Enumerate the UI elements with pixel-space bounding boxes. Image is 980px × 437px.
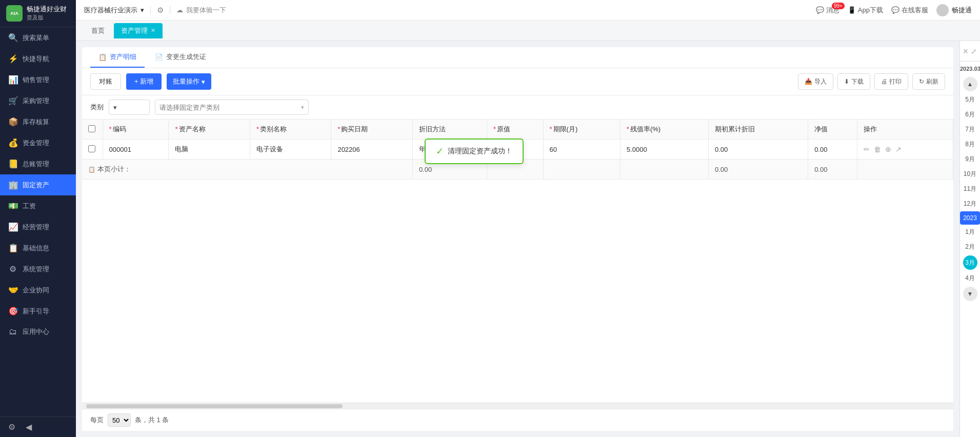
settings-gear-icon[interactable]: ⚙ [157,6,164,15]
category-input[interactable] [159,104,301,111]
subtotal-empty3 [620,160,708,180]
row-purchase-date: 202206 [331,140,412,160]
sidebar-item-label: 工资 [23,202,36,211]
sales-icon: 📊 [8,75,17,85]
panel-expand-icon[interactable]: ⤢ [971,47,977,55]
sidebar-item-purchase[interactable]: 🛒 采购管理 [0,90,76,111]
sidebar-item-assets[interactable]: 🏢 固定资产 [0,174,76,195]
tab-home[interactable]: 首页 [84,23,112,38]
panel-nav-down[interactable]: ▼ [963,287,977,301]
voucher-icon: 📄 [155,53,163,61]
new-button[interactable]: + 新增 [126,73,162,90]
panel-month-5[interactable]: 5月 [960,92,980,107]
experience-button[interactable]: ☁ 我要体验一下 [176,6,226,15]
import-button[interactable]: 📥 导入 [798,73,833,90]
reconcile-button[interactable]: 对账 [90,73,121,90]
basic-icon: 📋 [8,243,17,253]
sidebar-item-quicknav[interactable]: ⚡ 快捷导航 [0,48,76,69]
row-check [82,140,103,160]
sidebar-item-ledger[interactable]: 📒 总账管理 [0,153,76,174]
panel-month-3[interactable]: 3月 [963,255,977,270]
sidebar-item-funds[interactable]: 💰 资金管理 [0,132,76,153]
experience-label: 我要体验一下 [186,6,226,15]
row-net-value: 0.00 [808,140,857,160]
panel-month-8[interactable]: 8月 [960,137,980,152]
copy-icon[interactable]: ⊕ [885,145,891,153]
more-icon[interactable]: ↗ [895,145,902,153]
settings-icon[interactable]: ⚙ [8,422,15,432]
action-icons: ✏ 🗑 ⊕ ↗ [864,145,947,153]
category-dropdown-icon: ▾ [113,104,117,111]
sidebar-nav: 🔍 搜索菜单 ⚡ 快捷导航 📊 销售管理 🛒 采购管理 📦 库存核算 💰 资金管… [0,27,76,416]
sidebar-item-payroll[interactable]: 💵 工资 [0,195,76,216]
panel-close-icon[interactable]: ✕ [963,47,969,55]
cloud-icon: ☁ [176,6,183,14]
panel-month-9[interactable]: 9月 [960,152,980,167]
print-button[interactable]: 🖨 打印 [874,73,908,90]
message-button[interactable]: 💬 消息 99+ [816,6,839,15]
tab-close-icon[interactable]: ✕ [151,27,155,34]
panel-month-1[interactable]: 1月 [960,225,980,240]
horizontal-scrollbar[interactable] [82,403,953,409]
sidebar-bottom: ⚙ ◀ [0,416,76,437]
sidebar-item-guide[interactable]: 🎯 新手引导 [0,301,76,322]
panel-year-2023[interactable]: 2023 [960,211,980,225]
panel-nav-up[interactable]: ▲ [963,77,977,91]
app-logo-icon: AtA [6,5,23,22]
panel-month-10[interactable]: 10月 [960,167,980,182]
select-all-checkbox[interactable] [88,125,95,132]
message-icon: 💬 [816,6,824,14]
sidebar-item-basic[interactable]: 📋 基础信息 [0,237,76,259]
panel-month-12[interactable]: 12月 [960,196,980,211]
apps-icon: 🗂 [8,327,17,336]
sidebar-item-label: 总账管理 [23,160,49,169]
collapse-icon[interactable]: ◀ [26,422,32,432]
download-button[interactable]: ⬇ 下载 [837,73,870,90]
sidebar-item-collab[interactable]: 🤝 企业协同 [0,280,76,301]
sidebar-item-management[interactable]: 📈 经营管理 [0,216,76,237]
row-checkbox[interactable] [88,145,95,152]
topbar-right: 💬 消息 99+ 📱 App下载 💬 在线客服 畅捷通 [816,4,972,16]
app-download-button[interactable]: 📱 App下载 [848,6,883,15]
subtotal-label: 本页小计： [97,165,131,173]
sidebar-item-system[interactable]: ⚙ 系统管理 [0,259,76,280]
panel-month-4[interactable]: 4月 [960,271,980,286]
tab-assets-mgmt[interactable]: 资产管理 ✕ [114,23,163,38]
sub-tab-asset-list[interactable]: 📋 资产明细 [90,47,145,68]
batch-button[interactable]: 批量操作 ▾ [167,73,211,90]
sidebar-item-label: 企业协同 [23,286,49,295]
refresh-button[interactable]: ↻ 刷新 [912,73,945,90]
panel-month-11[interactable]: 11月 [960,182,980,196]
user-menu[interactable]: 畅捷通 [936,4,972,16]
col-original-value: *原值 [487,120,543,140]
asset-list-icon: 📋 [98,53,107,61]
import-icon: 📥 [805,78,812,85]
edit-icon[interactable]: ✏ [864,145,870,153]
company-selector[interactable]: 医疗器械行业演示 ▾ [84,6,144,15]
sidebar-item-search[interactable]: 🔍 搜索菜单 [0,27,76,48]
per-page-label: 每页 [90,415,104,425]
sidebar-item-label: 库存核算 [23,117,49,127]
per-page-select[interactable]: 50 [108,413,131,427]
panel-month-2[interactable]: 2月 [960,240,980,254]
sidebar-item-apps[interactable]: 🗂 应用中心 [0,322,76,342]
sub-tab-voucher[interactable]: 📄 变更生成凭证 [147,47,214,68]
toolbar-right: 📥 导入 ⬇ 下载 🖨 打印 ↻ 刷新 [798,73,945,90]
panel-month-7[interactable]: 7月 [960,122,980,137]
panel-month-6[interactable]: 6月 [960,107,980,122]
sidebar-item-label: 应用中心 [23,327,49,336]
online-service-button[interactable]: 💬 在线客服 [891,6,928,15]
category-select[interactable]: ▾ [109,100,150,115]
col-initial-accum-depr: 期初累计折旧 [708,120,808,140]
sidebar-item-label: 资金管理 [23,138,49,148]
sidebar-item-inventory[interactable]: 📦 库存核算 [0,111,76,132]
delete-icon[interactable]: 🗑 [874,145,881,153]
app-name: 畅捷通好业财 [27,5,67,14]
sidebar-item-label: 系统管理 [23,265,49,274]
purchase-icon: 🛒 [8,96,17,106]
service-label: 在线客服 [902,6,928,15]
sidebar-item-label: 经营管理 [23,223,49,232]
sidebar-item-sales[interactable]: 📊 销售管理 [0,69,76,90]
success-popup: ✓ 清理固定资产成功！ [425,138,524,164]
filter-row: 类别 ▾ ▾ [82,95,953,120]
